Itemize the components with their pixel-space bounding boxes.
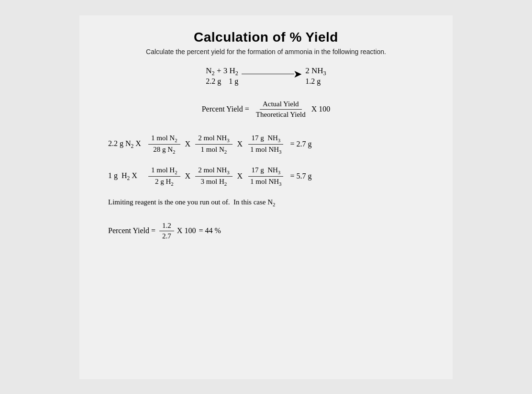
stoich-h2-start: 1 g H2 X	[108, 171, 142, 181]
stoich-h2-frac1-num: 1 mol H2	[148, 166, 180, 177]
reaction-arrow-block: ➤	[238, 66, 305, 80]
stoich-n2-frac3-num: 17 g NH3	[248, 134, 283, 145]
stoich-h2-frac2-num: 2 mol NH3	[195, 166, 232, 177]
stoich-h2-frac3-den: 1 mol NH3	[247, 177, 284, 187]
stoich-n2-frac2-den: 1 mol N2	[198, 145, 230, 155]
arrow-line	[242, 74, 294, 75]
stoich-h2-frac2: 2 mol NH3 3 mol H2	[195, 166, 232, 187]
percent-yield-fraction: Actual Yield Theoretical Yield	[253, 100, 309, 119]
stoich-h2-row: 1 g H2 X 1 mol H2 2 g H2 X 2 mol NH3 3 m…	[108, 166, 424, 187]
percent-yield-label: Percent Yield =	[202, 105, 249, 113]
product-formula: 2 NH3	[305, 66, 326, 77]
stoich-n2-frac3: 17 g NH3 1 mol NH3	[247, 134, 284, 155]
stoich-n2-result: = 2.7 g	[290, 140, 312, 148]
stoich-h2-mult2: X	[237, 172, 243, 180]
stoich-h2-frac2-den: 3 mol H2	[198, 177, 230, 187]
reactant-amounts: 2.2 g 1 g	[206, 77, 238, 86]
stoich-n2-frac2: 2 mol NH3 1 mol N2	[195, 134, 232, 155]
py-denominator: Theoretical Yield	[253, 110, 309, 119]
subtitle: Calculate the percent yield for the form…	[108, 48, 424, 56]
py-multiplier: X 100	[311, 105, 331, 113]
stoich-h2-mult1: X	[185, 172, 191, 180]
product-amount: 1.2 g	[305, 77, 321, 86]
stoich-h2-result: = 5.7 g	[290, 172, 312, 180]
final-py-numerator: 1.2	[159, 222, 174, 231]
stoich-h2-frac3: 17 g NH3 1 mol NH3	[247, 166, 284, 187]
page: Calculation of % Yield Calculate the per…	[79, 15, 453, 379]
stoich-n2-mult1: X	[185, 140, 191, 148]
reaction-arrow: ➤	[242, 68, 302, 80]
stoich-h2-section: 1 g H2 X 1 mol H2 2 g H2 X 2 mol NH3 3 m…	[108, 166, 424, 187]
stoich-h2-frac3-num: 17 g NH3	[248, 166, 283, 177]
reactant-formula: N2 + 3 H2	[206, 66, 238, 77]
stoich-n2-row: 2.2 g N2 X 1 mol N2 28 g N2 X 2 mol NH3 …	[108, 134, 424, 155]
py-fraction: Actual Yield Theoretical Yield	[253, 100, 309, 119]
percent-yield-formula-block: Percent Yield = Actual Yield Theoretical…	[108, 100, 424, 119]
stoich-n2-frac2-num: 2 mol NH3	[195, 134, 232, 145]
products: 2 NH3 1.2 g	[305, 66, 326, 86]
stoich-n2-frac1-den: 28 g N2	[150, 145, 178, 155]
reaction-block: N2 + 3 H2 2.2 g 1 g ➤ 2 NH3 1.2 g	[108, 66, 424, 86]
limiting-reagent-text: Limiting reagent is the one you run out …	[108, 198, 424, 207]
stoich-n2-section: 2.2 g N2 X 1 mol N2 28 g N2 X 2 mol NH3 …	[108, 134, 424, 155]
stoich-n2-frac1: 1 mol N2 28 g N2	[148, 134, 180, 155]
stoich-n2-frac1-num: 1 mol N2	[148, 134, 180, 145]
final-py-multiplier: X 100	[177, 226, 196, 235]
stoich-h2-frac1-den: 2 g H2	[152, 177, 177, 187]
main-title: Calculation of % Yield	[108, 30, 424, 45]
reactants: N2 + 3 H2 2.2 g 1 g	[206, 66, 238, 86]
final-py-label: Percent Yield =	[108, 226, 155, 235]
final-py-denominator: 2.7	[159, 231, 174, 240]
final-py-fraction: 1.2 2.7	[159, 222, 174, 240]
stoich-n2-frac3-den: 1 mol NH3	[247, 145, 284, 155]
final-percent-yield-block: Percent Yield = 1.2 2.7 X 100 = 44 %	[108, 222, 424, 240]
stoich-n2-mult2: X	[237, 140, 243, 148]
final-py-result: = 44 %	[199, 226, 221, 235]
stoich-h2-frac1: 1 mol H2 2 g H2	[148, 166, 180, 187]
py-numerator: Actual Yield	[260, 100, 302, 110]
stoich-n2-start: 2.2 g N2 X	[108, 139, 142, 149]
